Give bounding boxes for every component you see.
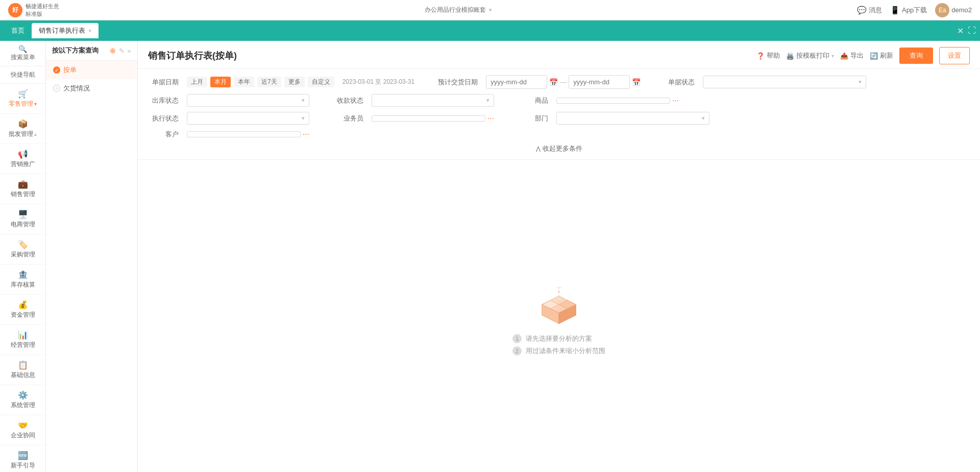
sub-sidebar-item-按单[interactable]: ✓ 按单 (46, 61, 137, 79)
sidebar-search[interactable]: 🔍 搜索菜单 (0, 41, 45, 66)
page-actions: ❓ 帮助 🖨️ 按模板打印 📤 导出 🔄 刷新 (756, 47, 970, 64)
filter-row-4: 客户 ··· (148, 130, 970, 139)
expected-date-to[interactable] (569, 75, 630, 89)
date-separator: — (560, 78, 567, 86)
filter-row-1: 单据日期 上月 本月 本年 近7天 更多 自定义 2023-03-01 至 20… (148, 75, 970, 89)
logo-area: 好 畅捷通好生意 标准版 (8, 3, 59, 17)
dept-chevron-icon: ▾ (702, 115, 705, 122)
tab-bar: 首页 销售订单执行表 × ✕ ⛶ (0, 20, 980, 41)
sub-sidebar-item-欠货情况[interactable]: ○ 欠货情况 (46, 79, 137, 98)
calendar-to-icon: 📅 (632, 78, 641, 86)
sub-sidebar-header: 按以下方案查询 ⊕ ✎ « (46, 41, 137, 61)
collapse-btn[interactable]: ⋀ 收起更多条件 (148, 144, 970, 153)
top-bar-center: 办公用品行业模拟账套 (425, 6, 492, 14)
top-bar: 好 畅捷通好生意 标准版 办公用品行业模拟账套 💬 消息 📱 App下载 Ea … (0, 0, 980, 20)
goods-more-icon[interactable]: ··· (672, 96, 679, 105)
tip-num-2: 2 (512, 346, 522, 356)
status-select[interactable]: ▾ (703, 76, 866, 88)
svg-point-7 (558, 291, 559, 292)
export-icon: 📤 (840, 52, 848, 60)
goods-control: ··· (556, 96, 679, 105)
sidebar-item-purchase[interactable]: 🏷️ 采购管理 (0, 234, 45, 265)
receipt-label: 收款状态 (333, 96, 363, 105)
sidebar-item-newuser[interactable]: 🆕 新手引导 (0, 445, 45, 472)
sidebar-item-inventory[interactable]: 🏦 库存核算 (0, 265, 45, 295)
sidebar-item-retail[interactable]: 🛒 零售管理 ▾ (0, 84, 45, 114)
table-area: 1 请先选择要分析的方案 2 用过滤条件来缩小分析范围 (138, 160, 980, 472)
help-btn[interactable]: ❓ 帮助 (756, 51, 780, 60)
date-tag-thismonth[interactable]: 本月 (210, 77, 231, 87)
sidebar-item-sales[interactable]: 💼 销售管理 (0, 174, 45, 204)
receipt-select[interactable]: ▾ (372, 94, 494, 107)
enterprise-icon: 🤝 (18, 420, 28, 430)
tab-sales-order[interactable]: 销售订单执行表 × (32, 23, 99, 38)
receipt-chevron-icon: ▾ (486, 97, 489, 104)
outbound-select[interactable]: ▾ (187, 94, 309, 107)
user-avatar-btn[interactable]: Ea demo2 (935, 3, 972, 17)
message-btn[interactable]: 💬 消息 (857, 6, 882, 15)
refresh-btn[interactable]: 🔄 刷新 (870, 51, 893, 60)
expected-date-from[interactable] (486, 75, 547, 89)
date-tag-more[interactable]: 更多 (284, 77, 305, 87)
edit-scheme-icon[interactable]: ✎ (119, 47, 125, 55)
main-content: 销售订单执行表(按单) ❓ 帮助 🖨️ 按模板打印 📤 导出 (138, 41, 980, 472)
date-label: 单据日期 (148, 78, 179, 87)
customer-input[interactable] (187, 131, 301, 137)
sidebar-item-operation[interactable]: 📊 经营管理 (0, 325, 45, 355)
empty-state: 1 请先选择要分析的方案 2 用过滤条件来缩小分析范围 (512, 277, 605, 356)
marketing-icon: 📢 (18, 149, 28, 159)
sidebar-item-enterprise[interactable]: 🤝 企业协同 (0, 415, 45, 445)
sidebar-nav[interactable]: 快捷导航 (0, 66, 45, 84)
avatar: Ea (935, 3, 949, 17)
maximize-icon[interactable]: ⛶ (968, 26, 976, 36)
operation-icon: 📊 (18, 330, 28, 340)
print-btn[interactable]: 🖨️ 按模板打印 (786, 51, 834, 60)
date-tag-group: 上月 本月 本年 近7天 更多 自定义 (187, 77, 334, 87)
empty-tip-1: 1 请先选择要分析的方案 (512, 334, 605, 343)
sidebar-item-system[interactable]: ⚙️ 系统管理 (0, 385, 45, 415)
customer-more-icon[interactable]: ··· (303, 130, 309, 139)
purchase-icon: 🏷️ (18, 240, 28, 249)
app-download-btn[interactable]: 📱 App下载 (890, 6, 927, 15)
page-header: 销售订单执行表(按单) ❓ 帮助 🖨️ 按模板打印 📤 导出 (138, 41, 980, 69)
goods-input[interactable] (556, 98, 670, 104)
sub-sidebar: 按以下方案查询 ⊕ ✎ « ✓ 按单 ○ 欠货情况 (46, 41, 138, 472)
staff-more-icon[interactable]: ··· (487, 114, 494, 123)
date-tag-lastmonth[interactable]: 上月 (187, 77, 207, 87)
query-button[interactable]: 查询 (899, 48, 933, 64)
export-btn[interactable]: 📤 导出 (840, 51, 864, 60)
staff-input[interactable] (372, 115, 485, 122)
execution-label: 执行状态 (148, 114, 179, 123)
date-tag-thisyear[interactable]: 本年 (234, 77, 254, 87)
empty-tips: 1 请先选择要分析的方案 2 用过滤条件来缩小分析范围 (512, 334, 605, 356)
inventory-icon: 🏦 (18, 270, 28, 279)
setup-button[interactable]: 设置 (939, 47, 970, 64)
date-tag-7days[interactable]: 近7天 (257, 77, 281, 87)
add-scheme-icon[interactable]: ⊕ (110, 46, 116, 55)
newuser-icon: 🆕 (18, 451, 28, 460)
execution-select[interactable]: ▾ (187, 112, 309, 125)
collapse-sidebar-icon[interactable]: « (128, 47, 131, 55)
expected-date-range: 📅 — 📅 (486, 75, 641, 89)
dept-select[interactable]: ▾ (556, 112, 709, 125)
sidebar-item-basic[interactable]: 📋 基础信息 (0, 355, 45, 385)
logo-text: 畅捷通好生意 标准版 (26, 3, 59, 17)
finance-icon: 💰 (18, 300, 28, 310)
customer-control: ··· (187, 130, 309, 139)
wholesale-icon: 📦 (18, 119, 28, 129)
date-tag-custom[interactable]: 自定义 (308, 77, 334, 87)
sidebar-item-finance[interactable]: 💰 资金管理 (0, 295, 45, 325)
sidebar-item-marketing[interactable]: 📢 营销推广 (0, 144, 45, 174)
close-all-tabs-icon[interactable]: ✕ (957, 26, 964, 36)
customer-label: 客户 (148, 130, 179, 139)
ecommerce-icon: 🖥️ (18, 209, 28, 219)
refresh-icon: 🔄 (870, 52, 878, 60)
staff-control: ··· (372, 114, 494, 123)
center-dropdown-icon[interactable] (489, 7, 492, 13)
tab-close-icon[interactable]: × (88, 28, 91, 34)
sidebar-item-ecommerce[interactable]: 🖥️ 电商管理 (0, 204, 45, 234)
sidebar-item-wholesale[interactable]: 📦 批发管理 ▴ (0, 114, 45, 144)
tab-home[interactable]: 首页 (4, 23, 32, 38)
active-scheme-dot: ✓ (53, 66, 60, 74)
inactive-scheme-dot: ○ (53, 85, 60, 92)
